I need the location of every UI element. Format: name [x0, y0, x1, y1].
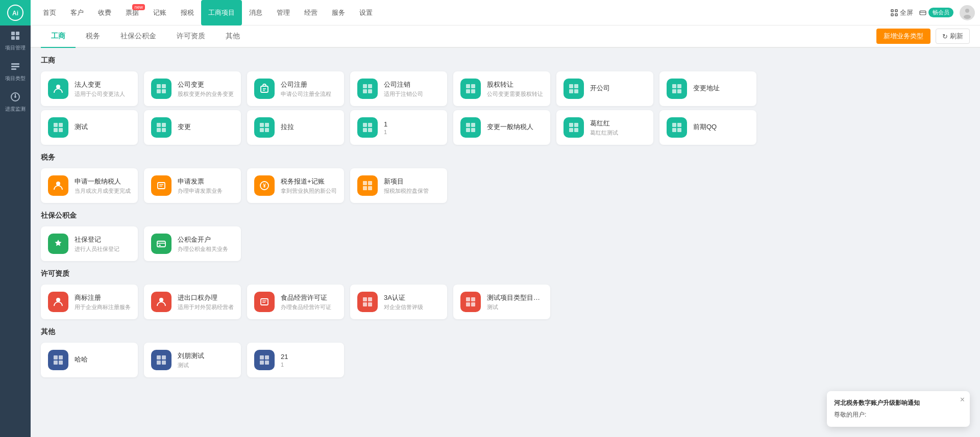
card-desc: 进行人员社保登记: [75, 245, 131, 253]
card-icon-company-change: [151, 79, 172, 99]
card-legal-change[interactable]: 法人变更 适用于公司变更法人: [41, 71, 138, 106]
card-company-change[interactable]: 公司变更 股权变更外的业务变更: [144, 71, 241, 106]
card-social-register[interactable]: 社保登记 进行人员社保登记: [41, 226, 138, 261]
card-name: 公司变更: [178, 80, 234, 89]
card-equity-transfer[interactable]: 股权转让 公司变更需要股权转让: [453, 71, 550, 106]
nav-tax[interactable]: 报税: [174, 0, 201, 25]
nav-management[interactable]: 管理: [270, 0, 297, 25]
card-change-address[interactable]: 变更地址: [659, 71, 756, 106]
nav-settings[interactable]: 设置: [352, 0, 380, 25]
new-type-button[interactable]: 新增业务类型: [876, 29, 930, 44]
card-qqq[interactable]: 前期QQ: [659, 110, 756, 145]
card-open-company[interactable]: 开公司: [556, 71, 653, 106]
card-name: 公司注册: [281, 80, 337, 89]
card-apply-taxpayer[interactable]: 申请一般纳税人 当月或次月成变更完成: [41, 168, 138, 203]
tab-social[interactable]: 社保公积金: [110, 25, 166, 48]
card-company-cancel[interactable]: 公司注销 适用于注销公司: [350, 71, 447, 106]
svg-rect-33: [261, 299, 268, 305]
card-info-company-cancel: 公司注销 适用于注销公司: [384, 80, 440, 98]
card-info-fund-account: 公积金开户 办理公积金相关业务: [178, 235, 234, 253]
card-icon-one: [357, 117, 378, 138]
nav-billing[interactable]: 收费: [91, 0, 118, 25]
avatar[interactable]: [960, 5, 975, 20]
card-haha[interactable]: 哈哈: [41, 343, 138, 377]
card-twenty-one[interactable]: 21 1: [247, 343, 344, 377]
card-desc: 葛红红测试: [590, 129, 646, 137]
sidebar: Ai 项目管理 项目类型 进度监测: [0, 0, 31, 437]
card-apply-invoice[interactable]: 申请发票 办理申请发票业务: [144, 168, 241, 203]
card-one[interactable]: 1 1: [350, 110, 447, 145]
nav-operation[interactable]: 经营: [297, 0, 325, 25]
card-desc: 报税加税控盘保管: [384, 187, 440, 195]
card-import-export[interactable]: 进出口权办理 适用于对外贸易经营者: [144, 285, 241, 319]
refresh-button[interactable]: ↻ 刷新: [936, 29, 970, 44]
card-name: 进出口权办理: [178, 293, 234, 302]
card-new-project[interactable]: 新项目 报税加税控盘保管: [350, 168, 447, 203]
card-name: 社保登记: [75, 235, 131, 244]
nav-message[interactable]: 消息: [242, 0, 270, 25]
card-tax-bookkeeping[interactable]: ¥ 税务报道+记账 拿到营业执照的新公司: [247, 168, 344, 203]
card-info-company-change: 公司变更 股权变更外的业务变更: [178, 80, 234, 98]
card-desc: 用于企业商标注册服务: [75, 303, 131, 311]
card-desc: 测试: [487, 303, 543, 311]
card-icon-equity: [460, 79, 481, 99]
tab-permit[interactable]: 许可资质: [166, 25, 215, 48]
card-lala[interactable]: 拉拉: [247, 110, 344, 145]
card-name: 新项目: [384, 177, 440, 186]
tab-tax[interactable]: 税务: [76, 25, 110, 48]
card-3a-cert[interactable]: 3A认证 对企业信誉评级: [350, 285, 447, 319]
biz-card-grid: 法人变更 适用于公司变更法人 公司变更 股权变更外的业务变更: [41, 71, 970, 106]
nav-ticket[interactable]: 票据 new: [118, 0, 146, 25]
svg-rect-6: [11, 63, 19, 65]
sidebar-item-progress[interactable]: 进度监测: [0, 87, 31, 117]
nav-client[interactable]: 客户: [63, 0, 91, 25]
svg-rect-14: [895, 14, 897, 16]
card-info-legal-change: 法人变更 适用于公司变更法人: [75, 80, 131, 98]
notification-close-button[interactable]: ×: [960, 395, 965, 404]
svg-point-17: [964, 15, 971, 19]
card-name: 1: [384, 120, 440, 128]
nav-accounting[interactable]: 记账: [146, 0, 174, 25]
sidebar-item-project-type[interactable]: 项目类型: [0, 56, 31, 87]
nav-service[interactable]: 服务: [325, 0, 352, 25]
sidebar-item-project-mgmt[interactable]: 项目管理: [0, 25, 31, 56]
social-card-grid: 社保登记 进行人员社保登记 公积金开户 办理公积金相关业务: [41, 226, 970, 261]
card-company-register[interactable]: 公司注册 申请公司注册全流程: [247, 71, 344, 106]
card-desc: 办理公积金相关业务: [178, 245, 234, 253]
card-desc: 公司变更需要股权转让: [487, 90, 543, 98]
card-info-change-address: 变更地址: [693, 84, 749, 94]
card-test-type[interactable]: 测试项目类型目定义 测试: [453, 285, 550, 319]
fullscreen-btn[interactable]: 全屏: [891, 8, 913, 17]
project-type-icon: [10, 61, 20, 74]
svg-rect-8: [11, 68, 16, 70]
card-gehonghong[interactable]: 葛红红 葛红红测试: [556, 110, 653, 145]
card-info-twenty-one: 21 1: [281, 353, 337, 368]
card-food-permit[interactable]: 食品经营许可证 办理食品经营许可证: [247, 285, 344, 319]
card-change-taxpayer[interactable]: 变更一般纳税人: [453, 110, 550, 145]
card-test[interactable]: 测试: [41, 110, 138, 145]
svg-rect-30: [159, 245, 161, 246]
nav-bizproject[interactable]: 工商项目: [201, 0, 242, 25]
card-trademark[interactable]: 商标注册 用于企业商标注册服务: [41, 285, 138, 319]
content-wrapper: 工商 税务 社保公积金 许可资质 其他 新增业务类型 ↻ 刷新 工商: [31, 25, 980, 437]
card-name: 法人变更: [75, 80, 131, 89]
svg-rect-11: [891, 10, 893, 12]
vip-btn[interactable]: 畅会员: [919, 8, 953, 17]
card-fund-account[interactable]: 公积金开户 办理公积金相关业务: [144, 226, 241, 261]
card-icon-company-cancel: [357, 79, 378, 99]
tab-biz[interactable]: 工商: [41, 25, 76, 48]
svg-point-16: [965, 9, 969, 13]
card-icon-test: [48, 117, 68, 138]
sidebar-logo[interactable]: Ai: [0, 0, 31, 25]
card-change[interactable]: 变更: [144, 110, 241, 145]
card-name: 税务报道+记账: [281, 177, 337, 186]
card-info-haha: 哈哈: [75, 355, 131, 365]
nav-home[interactable]: 首页: [36, 0, 63, 25]
svg-rect-13: [891, 14, 893, 16]
svg-rect-7: [11, 66, 19, 67]
card-liupeng[interactable]: 刘朋测试 测试: [144, 343, 241, 377]
card-info-change-taxpayer: 变更一般纳税人: [487, 122, 543, 133]
notification-text: 河北税务数字账户升级影响通知 尊敬的用户:: [834, 398, 963, 420]
card-name: 变更地址: [693, 84, 749, 93]
tab-other[interactable]: 其他: [215, 25, 250, 48]
